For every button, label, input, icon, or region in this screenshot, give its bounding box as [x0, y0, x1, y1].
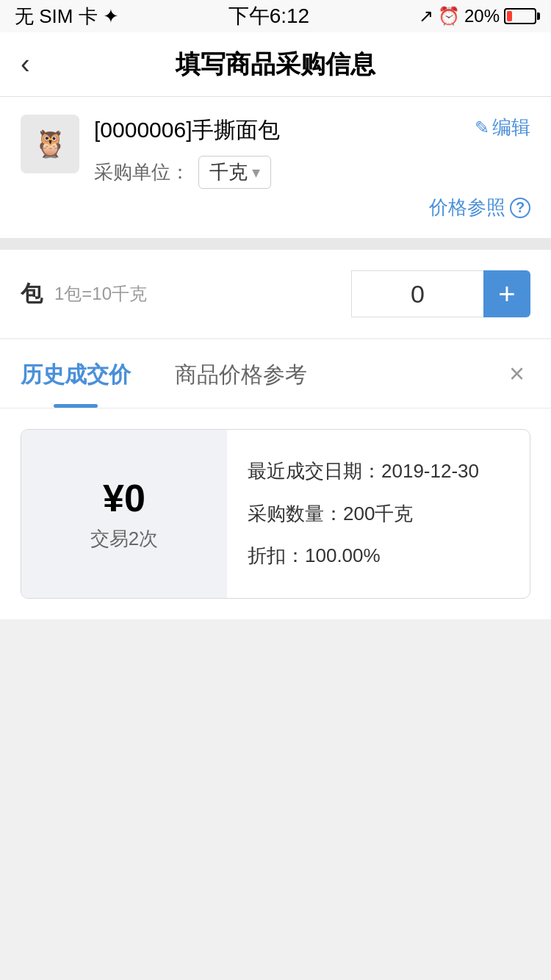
price-ref-row: 价格参照 ?	[21, 195, 530, 220]
product-name: [0000006]手撕面包	[94, 115, 280, 145]
price-detail-date: 最近成交日期：2019-12-30	[248, 456, 509, 487]
product-card: 🦉 [0000006]手撕面包 采购单位： 千克 ▾ ✎ 编辑	[0, 97, 551, 238]
page-title: 填写商品采购信息	[176, 48, 375, 82]
quantity-unit-badge: 包	[21, 279, 43, 309]
edit-label: 编辑	[492, 115, 530, 140]
location-icon: ↗	[419, 6, 433, 26]
main-content-area	[0, 619, 551, 980]
product-left: 🦉 [0000006]手撕面包 采购单位： 千克 ▾	[21, 115, 280, 189]
tab-history-label: 历史成交价	[21, 362, 131, 386]
product-top-row: 🦉 [0000006]手撕面包 采购单位： 千克 ▾ ✎ 编辑	[21, 115, 530, 189]
discount-label: 折扣：	[248, 544, 305, 566]
price-card-right: 最近成交日期：2019-12-30 采购数量：200千克 折扣：100.00%	[227, 430, 530, 598]
product-info: [0000006]手撕面包 采购单位： 千克 ▾	[94, 115, 280, 189]
status-bar-carrier: 无 SIM 卡 ✦	[15, 4, 119, 29]
quantity-right: +	[351, 270, 530, 317]
price-ref-link[interactable]: 价格参照 ?	[429, 195, 530, 220]
unit-value: 千克	[209, 159, 248, 185]
unit-label: 采购单位：	[94, 159, 190, 185]
price-amount: 0	[124, 477, 145, 519]
tabs-header: 历史成交价 商品价格参考 ×	[0, 339, 551, 408]
tab-price-ref[interactable]: 商品价格参考	[175, 339, 307, 408]
discount-value: 100.00%	[305, 544, 381, 566]
status-bar-time: 下午6:12	[228, 2, 310, 30]
price-card-left: ¥0 交易2次	[21, 430, 227, 598]
price-card: ¥0 交易2次 最近成交日期：2019-12-30 采购数量：200千克 折扣：…	[21, 429, 530, 599]
unit-selector[interactable]: 千克 ▾	[198, 156, 271, 189]
price-detail-discount: 折扣：100.00%	[248, 541, 509, 572]
alarm-icon: ⏰	[438, 6, 460, 26]
price-ref-label: 价格参照	[429, 195, 505, 220]
unit-arrow-icon: ▾	[252, 163, 260, 182]
tabs-area: 历史成交价 商品价格参考 × ¥0 交易2次 最近成交日期：2019-12-30…	[0, 339, 551, 619]
owl-logo-icon: 🦉	[34, 131, 67, 157]
quantity-row: 包 1包=10千克 +	[0, 250, 551, 338]
quantity-value: 200千克	[343, 502, 413, 525]
tab-close-button[interactable]: ×	[503, 353, 530, 395]
help-icon: ?	[510, 198, 530, 218]
quantity-left: 包 1包=10千克	[21, 279, 147, 309]
tab-content: ¥0 交易2次 最近成交日期：2019-12-30 采购数量：200千克 折扣：…	[0, 408, 551, 619]
status-bar-indicators: ↗ ⏰ 20%	[419, 6, 536, 26]
quantity-hint: 1包=10千克	[54, 282, 147, 306]
price-transactions: 交易2次	[90, 526, 158, 552]
quantity-label: 采购数量：	[248, 502, 343, 525]
back-button[interactable]: ‹	[21, 48, 30, 80]
status-bar: 无 SIM 卡 ✦ 下午6:12 ↗ ⏰ 20%	[0, 0, 551, 32]
date-value: 2019-12-30	[381, 460, 479, 482]
product-thumbnail: 🦉	[21, 115, 79, 173]
edit-icon: ✎	[475, 118, 489, 138]
nav-bar: ‹ 填写商品采购信息	[0, 32, 551, 97]
tab-history-price[interactable]: 历史成交价	[21, 339, 131, 408]
product-title: 手撕面包	[192, 118, 280, 142]
price-display: ¥0	[103, 476, 145, 520]
edit-link[interactable]: ✎ 编辑	[475, 115, 530, 140]
product-id: [0000006]	[94, 118, 192, 142]
currency-symbol: ¥	[103, 477, 124, 519]
quantity-input[interactable]	[351, 270, 483, 317]
tabs-list: 历史成交价 商品价格参考	[21, 339, 307, 408]
battery-icon	[504, 8, 536, 24]
quantity-plus-button[interactable]: +	[483, 270, 530, 317]
date-label: 最近成交日期：	[248, 460, 381, 482]
tab-price-ref-label: 商品价格参考	[175, 362, 307, 386]
section-divider	[0, 238, 551, 250]
price-detail-quantity: 采购数量：200千克	[248, 499, 509, 530]
product-unit-row: 采购单位： 千克 ▾	[94, 156, 280, 189]
battery-percent: 20%	[464, 6, 500, 26]
